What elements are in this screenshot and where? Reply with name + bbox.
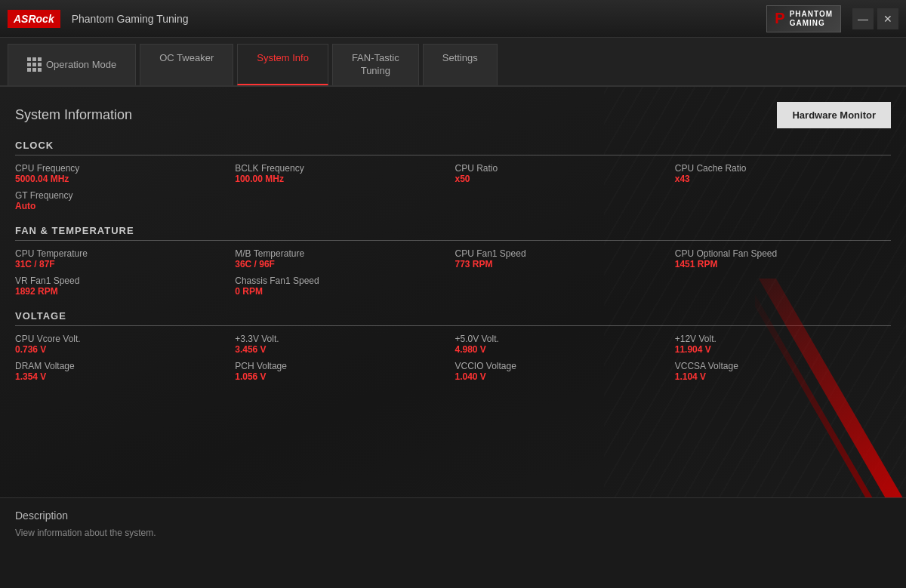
cpu-fan1-item: CPU Fan1 Speed 773 RPM bbox=[455, 248, 671, 269]
navigation-bar: Operation Mode OC Tweaker System Info FA… bbox=[0, 38, 906, 87]
phantom-text-line1: PHANTOM bbox=[790, 10, 833, 19]
cpu-temp-value: 31C / 87F bbox=[15, 259, 231, 269]
fan-temp-section-title: FAN & TEMPERATURE bbox=[15, 225, 891, 241]
section-header: System Information Hardware Monitor bbox=[15, 102, 891, 128]
12v-item: +12V Volt. 11.904 V bbox=[675, 334, 891, 355]
vr-fan1-value: 1892 RPM bbox=[15, 286, 231, 297]
app-title: Phantom Gaming Tuning bbox=[72, 13, 767, 25]
cpu-fan1-value: 773 RPM bbox=[455, 259, 671, 269]
clock-section: CLOCK CPU Frequency 5000.04 MHz BCLK Fre… bbox=[15, 140, 891, 211]
chassis-fan1-label: Chassis Fan1 Speed bbox=[235, 276, 451, 286]
voltage-section: VOLTAGE CPU Vcore Volt. 0.736 V +3.3V Vo… bbox=[15, 310, 891, 382]
vccio-item: VCCIO Voltage 1.040 V bbox=[455, 361, 671, 382]
voltage-grid: CPU Vcore Volt. 0.736 V +3.3V Volt. 3.45… bbox=[15, 334, 891, 382]
description-text: View information about the system. bbox=[15, 528, 891, 538]
cpu-fan1-label: CPU Fan1 Speed bbox=[455, 248, 671, 259]
12v-value: 11.904 V bbox=[675, 344, 891, 355]
cpu-ratio-item: CPU Ratio x50 bbox=[455, 163, 671, 184]
description-title: Description bbox=[15, 509, 891, 522]
phantom-gaming-logo: Ρ PHANTOM GAMING bbox=[766, 5, 841, 32]
cpu-frequency-value: 5000.04 MHz bbox=[15, 174, 231, 184]
cpu-frequency-label: CPU Frequency bbox=[15, 163, 231, 174]
cpu-temp-label: CPU Temperature bbox=[15, 248, 231, 259]
window-controls: — ✕ bbox=[852, 8, 898, 29]
voltage-section-title: VOLTAGE bbox=[15, 310, 891, 326]
titlebar: ASRock Phantom Gaming Tuning Ρ PHANTOM G… bbox=[0, 0, 906, 38]
vccsa-value: 1.104 V bbox=[675, 371, 891, 382]
fan-temp-section: FAN & TEMPERATURE CPU Temperature 31C / … bbox=[15, 225, 891, 297]
cpu-cache-ratio-value: x43 bbox=[675, 174, 891, 184]
mb-temp-label: M/B Temperature bbox=[235, 248, 451, 259]
cpu-frequency-item: CPU Frequency 5000.04 MHz bbox=[15, 163, 231, 184]
tab-operation-mode[interactable]: Operation Mode bbox=[8, 44, 136, 85]
cpu-vcore-label: CPU Vcore Volt. bbox=[15, 334, 231, 344]
dram-volt-value: 1.354 V bbox=[15, 371, 231, 382]
vccsa-label: VCCSA Voltage bbox=[675, 361, 891, 371]
pch-volt-value: 1.056 V bbox=[235, 371, 451, 382]
gt-frequency-value: Auto bbox=[15, 201, 231, 211]
dram-volt-item: DRAM Voltage 1.354 V bbox=[15, 361, 231, 382]
bclk-frequency-value: 100.00 MHz bbox=[235, 174, 451, 184]
cpu-ratio-value: x50 bbox=[455, 174, 671, 184]
phantom-text-line2: GAMING bbox=[790, 19, 833, 28]
12v-label: +12V Volt. bbox=[675, 334, 891, 344]
hardware-monitor-button[interactable]: Hardware Monitor bbox=[777, 102, 891, 128]
cpu-cache-ratio-label: CPU Cache Ratio bbox=[675, 163, 891, 174]
cpu-vcore-value: 0.736 V bbox=[15, 344, 231, 355]
mb-temp-item: M/B Temperature 36C / 96F bbox=[235, 248, 451, 269]
cpu-ratio-label: CPU Ratio bbox=[455, 163, 671, 174]
vccio-value: 1.040 V bbox=[455, 371, 671, 382]
tab-system-info[interactable]: System Info bbox=[237, 44, 328, 85]
grid-icon bbox=[27, 57, 42, 72]
vr-fan1-item: VR Fan1 Speed 1892 RPM bbox=[15, 276, 231, 297]
5v-label: +5.0V Volt. bbox=[455, 334, 671, 344]
minimize-button[interactable]: — bbox=[852, 8, 874, 29]
gt-frequency-label: GT Frequency bbox=[15, 190, 231, 201]
description-panel: Description View information about the s… bbox=[0, 497, 906, 588]
33v-value: 3.456 V bbox=[235, 344, 451, 355]
cpu-opt-fan-value: 1451 RPM bbox=[675, 259, 891, 269]
5v-value: 4.980 V bbox=[455, 344, 671, 355]
mb-temp-value: 36C / 96F bbox=[235, 259, 451, 269]
cpu-opt-fan-label: CPU Optional Fan Speed bbox=[675, 248, 891, 259]
tab-fan-tastic[interactable]: FAN-TasticTuning bbox=[332, 44, 419, 85]
vccsa-item: VCCSA Voltage 1.104 V bbox=[675, 361, 891, 382]
pch-volt-label: PCH Voltage bbox=[235, 361, 451, 371]
cpu-cache-ratio-item: CPU Cache Ratio x43 bbox=[675, 163, 891, 184]
close-button[interactable]: ✕ bbox=[877, 8, 898, 29]
fan-temp-grid: CPU Temperature 31C / 87F M/B Temperatur… bbox=[15, 248, 891, 297]
clock-section-title: CLOCK bbox=[15, 140, 891, 155]
pch-volt-item: PCH Voltage 1.056 V bbox=[235, 361, 451, 382]
gt-frequency-item: GT Frequency Auto bbox=[15, 190, 231, 211]
chassis-fan1-value: 0 RPM bbox=[235, 286, 451, 297]
33v-item: +3.3V Volt. 3.456 V bbox=[235, 334, 451, 355]
tab-oc-tweaker[interactable]: OC Tweaker bbox=[140, 44, 233, 85]
cpu-vcore-item: CPU Vcore Volt. 0.736 V bbox=[15, 334, 231, 355]
vccio-label: VCCIO Voltage bbox=[455, 361, 671, 371]
cpu-opt-fan-item: CPU Optional Fan Speed 1451 RPM bbox=[675, 248, 891, 269]
tab-settings[interactable]: Settings bbox=[423, 44, 498, 85]
chassis-fan1-item: Chassis Fan1 Speed 0 RPM bbox=[235, 276, 451, 297]
33v-label: +3.3V Volt. bbox=[235, 334, 451, 344]
cpu-temp-item: CPU Temperature 31C / 87F bbox=[15, 248, 231, 269]
dram-volt-label: DRAM Voltage bbox=[15, 361, 231, 371]
vr-fan1-label: VR Fan1 Speed bbox=[15, 276, 231, 286]
phantom-icon: Ρ bbox=[775, 10, 784, 27]
5v-item: +5.0V Volt. 4.980 V bbox=[455, 334, 671, 355]
bclk-frequency-item: BCLK Frequency 100.00 MHz bbox=[235, 163, 451, 184]
main-content: System Information Hardware Monitor CLOC… bbox=[0, 87, 906, 505]
bclk-frequency-label: BCLK Frequency bbox=[235, 163, 451, 174]
asrock-logo: ASRock bbox=[8, 10, 60, 28]
tab-operation-label: Operation Mode bbox=[46, 59, 116, 70]
page-title: System Information bbox=[15, 107, 132, 123]
clock-grid: CPU Frequency 5000.04 MHz BCLK Frequency… bbox=[15, 163, 891, 211]
